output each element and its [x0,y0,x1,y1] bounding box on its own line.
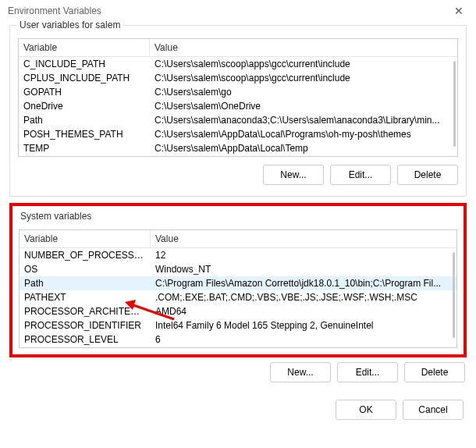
table-row[interactable]: PATHEXT.COM;.EXE;.BAT;.CMD;.VBS;.VBE;.JS… [20,290,456,304]
table-row[interactable]: OneDriveC:\Users\salem\OneDrive [19,99,457,113]
table-row[interactable]: TEMPC:\Users\salem\AppData\Local\Temp [19,141,457,155]
column-header-value[interactable]: Value [150,39,457,56]
cell-value: C:\Users\salem\go [150,85,457,99]
system-variables-highlight: System variables Variable Value NUMBER_O… [9,203,467,357]
column-header-variable[interactable]: Variable [19,39,150,56]
cell-value: AMD64 [151,304,456,318]
system-variables-label: System variables [19,209,457,225]
cell-variable: OneDrive [19,99,150,113]
cell-variable: PROCESSOR_ARCHITECTURE [20,304,151,318]
cell-variable: OS [20,262,151,276]
window-title: Environment Variables [8,5,101,16]
system-variables-table[interactable]: Variable Value NUMBER_OF_PROCESSORS12OSW… [19,229,457,348]
cell-variable: GOPATH [19,85,150,99]
table-row[interactable]: NUMBER_OF_PROCESSORS12 [20,248,456,262]
scrollbar[interactable] [453,61,456,147]
cell-value: C:\Users\salem\AppData\Local\Programs\oh… [150,127,457,141]
table-row[interactable]: OSWindows_NT [20,262,456,276]
cell-value: C:\Users\salem\scoop\apps\gcc\current\in… [150,71,457,85]
cell-variable: PATHEXT [20,290,151,304]
table-row[interactable]: PathC:\Users\salem\anaconda3;C:\Users\sa… [19,113,457,127]
table-row[interactable]: CPLUS_INCLUDE_PATHC:\Users\salem\scoop\a… [19,71,457,85]
new-button[interactable]: New... [263,165,324,185]
table-row[interactable]: GOPATHC:\Users\salem\go [19,85,457,99]
cell-value: 6 [151,332,456,347]
column-header-variable[interactable]: Variable [20,230,151,247]
new-button[interactable]: New... [270,362,331,382]
cell-value: Windows_NT [151,262,456,276]
table-row[interactable]: POSH_THEMES_PATHC:\Users\salem\AppData\L… [19,127,457,141]
delete-button[interactable]: Delete [404,362,465,382]
table-row[interactable]: PathC:\Program Files\Amazon Corretto\jdk… [20,276,456,290]
user-variables-group: User variables for salem Variable Value … [9,25,467,197]
edit-button[interactable]: Edit... [330,165,391,185]
cell-variable: PROCESSOR_LEVEL [20,332,151,347]
close-icon[interactable]: ✕ [448,3,470,19]
user-variables-table[interactable]: Variable Value C_INCLUDE_PATHC:\Users\sa… [18,38,458,157]
cell-value: C:\Users\salem\AppData\Local\Temp [150,141,457,155]
cell-variable: CPLUS_INCLUDE_PATH [19,71,150,85]
table-row[interactable]: PROCESSOR_LEVEL6 [20,332,456,347]
cell-value: .COM;.EXE;.BAT;.CMD;.VBS;.VBE;.JS;.JSE;.… [151,290,456,304]
column-header-value[interactable]: Value [151,230,456,247]
cancel-button[interactable]: Cancel [403,400,464,420]
scrollbar[interactable] [453,252,455,338]
cell-variable: POSH_THEMES_PATH [19,127,150,141]
cell-variable: C_INCLUDE_PATH [19,57,150,71]
cell-value: Intel64 Family 6 Model 165 Stepping 2, G… [151,318,456,332]
edit-button[interactable]: Edit... [337,362,398,382]
table-row[interactable]: PROCESSOR_IDENTIFIERIntel64 Family 6 Mod… [20,318,456,332]
delete-button[interactable]: Delete [397,165,458,185]
user-variables-label: User variables for salem [16,20,123,30]
cell-variable: Path [20,276,151,290]
cell-value: C:\Users\salem\scoop\apps\gcc\current\in… [150,57,457,71]
cell-variable: NUMBER_OF_PROCESSORS [20,248,151,262]
ok-button[interactable]: OK [336,400,396,420]
cell-value: C:\Users\salem\anaconda3;C:\Users\salem\… [150,113,457,127]
cell-value: C:\Program Files\Amazon Corretto\jdk18.0… [151,276,456,290]
table-row[interactable]: C_INCLUDE_PATHC:\Users\salem\scoop\apps\… [19,57,457,71]
table-row[interactable]: PROCESSOR_ARCHITECTUREAMD64 [20,304,456,318]
cell-value: 12 [151,248,456,262]
cell-variable: PROCESSOR_IDENTIFIER [20,318,151,332]
cell-variable: Path [19,113,150,127]
cell-variable: TEMP [19,141,150,155]
cell-value: C:\Users\salem\OneDrive [150,99,457,113]
